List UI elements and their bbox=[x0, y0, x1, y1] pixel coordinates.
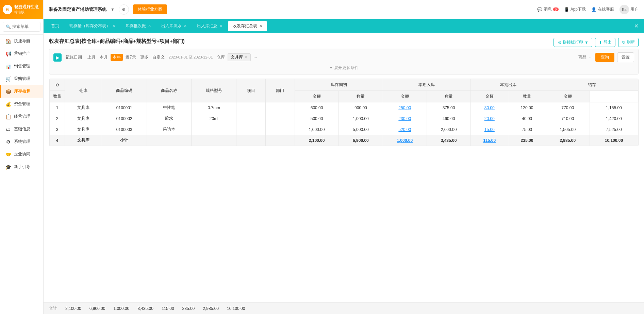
total-open-amt: 6,900.00 bbox=[89, 306, 105, 311]
user-menu[interactable]: Ea 用户 bbox=[620, 5, 639, 14]
warehouse-tag-value: 文具库 bbox=[231, 54, 243, 60]
th-closing: 结存 bbox=[546, 79, 638, 91]
home-icon: 🏠 bbox=[5, 38, 11, 44]
close-icon[interactable]: ✕ bbox=[148, 24, 151, 28]
close-icon[interactable]: ✕ bbox=[219, 24, 222, 28]
warehouse-more[interactable]: ··· bbox=[253, 55, 257, 60]
subtotal-open-amt: 6,900.00 bbox=[339, 135, 383, 146]
row3-project bbox=[236, 124, 266, 135]
tabbar: 首页 现存量（库存分布表） ✕ 库存批次账 ✕ 出入库流水 ✕ 出入库汇总 ✕ … bbox=[44, 19, 644, 33]
print-button[interactable]: 🖨 拼接版打印 ▼ bbox=[554, 38, 592, 47]
sidebar-item-system[interactable]: ⚙ 系统管理 bbox=[0, 135, 43, 148]
page-header: 收发存汇总表(按仓库+商品编码+商品+规格型号+项目+部门) 🖨 拼接版打印 ▼… bbox=[49, 38, 639, 45]
sidebar-item-finance[interactable]: 💰 资金管理 bbox=[0, 98, 43, 110]
warehouse-filter-label: 仓库 bbox=[217, 54, 225, 60]
row1-in-qty[interactable]: 250.00 bbox=[383, 102, 427, 113]
refresh-button[interactable]: ↻ 刷新 bbox=[618, 38, 639, 47]
system-dropdown[interactable]: ▼ bbox=[111, 7, 115, 12]
tab-inout-flow[interactable]: 出入库流水 ✕ bbox=[156, 21, 192, 31]
main-area: 装备及固定资产辅助管理系统 ▼ ⚙ 体验行业方案 💬 消息 6 📱 App下载 … bbox=[44, 0, 644, 314]
tab-inout-summary[interactable]: 出入库汇总 ✕ bbox=[192, 21, 227, 31]
print-label: 拼接版打印 bbox=[563, 39, 583, 45]
app-download-button[interactable]: 📱 App下载 bbox=[564, 6, 586, 12]
goods-more[interactable]: ··· bbox=[589, 55, 593, 60]
subtotal-label: 小计 bbox=[102, 135, 147, 146]
marketing-icon: 📢 bbox=[5, 51, 11, 56]
row2-dept bbox=[266, 113, 295, 124]
sidebar-item-enterprise[interactable]: 🤝 企业协同 bbox=[0, 148, 43, 161]
th-inbound: 本期入库 bbox=[383, 79, 471, 91]
sidebar-item-marketing[interactable]: 📢 营销推广 bbox=[0, 47, 43, 60]
topbar-left: 装备及固定资产辅助管理系统 ▼ ⚙ 体验行业方案 bbox=[49, 4, 167, 15]
sidebar-item-operations[interactable]: 📋 经营管理 bbox=[0, 110, 43, 123]
tab-inventory-dist[interactable]: 现存量（库存分布表） ✕ bbox=[65, 21, 120, 31]
sidebar-item-quick-nav[interactable]: 🏠 快捷导航 bbox=[0, 35, 43, 47]
date-btn-last-month[interactable]: 上月 bbox=[86, 54, 97, 61]
row3-out-qty[interactable]: 15.00 bbox=[471, 124, 508, 135]
tab-receipt-summary[interactable]: 收发存汇总表 ✕ bbox=[228, 21, 267, 31]
query-button[interactable]: 查询 bbox=[595, 53, 614, 62]
date-btn-more[interactable]: 更多 bbox=[139, 54, 150, 61]
th-name: 商品名称 bbox=[147, 79, 192, 102]
row3-open-amt: 5,000.00 bbox=[339, 124, 383, 135]
date-btn-this-year[interactable]: 本年 bbox=[111, 54, 123, 61]
close-icon[interactable]: ✕ bbox=[112, 24, 115, 28]
filter-settings-button[interactable]: 设置 bbox=[617, 52, 634, 62]
sidebar-item-label: 营销推广 bbox=[14, 51, 30, 56]
tab-batch-label: 库存批次账 bbox=[126, 23, 146, 29]
date-btn-7days[interactable]: 近7天 bbox=[124, 54, 137, 61]
date-range-display: 2023-01-01 至 2023-12-31 bbox=[169, 55, 213, 60]
date-btn-this-month[interactable]: 本月 bbox=[98, 54, 109, 61]
message-button[interactable]: 💬 消息 6 bbox=[537, 6, 559, 12]
settings-button[interactable]: ⚙ bbox=[119, 4, 129, 15]
sidebar-item-newbie[interactable]: 🎓 新手引导 bbox=[0, 161, 43, 173]
tab-receipt-summary-label: 收发存汇总表 bbox=[233, 23, 257, 29]
expand-conditions-button[interactable]: ▼ 展开更多条件 bbox=[329, 65, 359, 71]
online-service-button[interactable]: 👤 在线客服 bbox=[591, 6, 614, 12]
print-icon: 🖨 bbox=[557, 40, 561, 45]
th-outbound: 本期出库 bbox=[471, 79, 546, 91]
row2-in-qty[interactable]: 230.00 bbox=[383, 113, 427, 124]
row3-spec bbox=[192, 124, 236, 135]
download-icon: 📱 bbox=[564, 7, 569, 12]
th-opening: 库存期初 bbox=[295, 79, 383, 91]
subtotal-out-qty[interactable]: 115.00 bbox=[471, 135, 508, 146]
table-row: 3 文具库 0100003 采访本 1,000.00 5,000.00 520.… bbox=[50, 124, 638, 135]
export-button[interactable]: ⬇ 导出 bbox=[595, 38, 615, 47]
subtotal-in-qty[interactable]: 1,000.00 bbox=[383, 135, 427, 146]
topbar-right: 💬 消息 6 📱 App下载 👤 在线客服 Ea 用户 bbox=[537, 5, 639, 14]
row2-out-qty[interactable]: 20.00 bbox=[471, 113, 508, 124]
user-label: 用户 bbox=[630, 6, 639, 12]
th-code: 商品编码 bbox=[102, 79, 147, 102]
inventory-icon: 📦 bbox=[5, 89, 11, 94]
sidebar-search-area: 🔍 搜索菜单 bbox=[0, 19, 43, 35]
trial-button[interactable]: 体验行业方案 bbox=[133, 4, 167, 14]
sidebar-item-inventory[interactable]: 📦 库存核算 bbox=[0, 85, 43, 98]
row3-warehouse: 文具库 bbox=[65, 124, 102, 135]
tab-home[interactable]: 首页 bbox=[46, 21, 64, 31]
sidebar-item-basic[interactable]: 🗂 基础信息 bbox=[0, 123, 43, 135]
date-btn-custom[interactable]: 自定义 bbox=[151, 54, 166, 61]
sidebar-item-purchase[interactable]: 🛒 采购管理 bbox=[0, 72, 43, 85]
row1-out-qty[interactable]: 80.00 bbox=[471, 102, 508, 113]
app-subtitle: 标准版 bbox=[14, 10, 39, 15]
tabbar-close-all[interactable]: ✕ bbox=[631, 21, 641, 31]
row1-name: 中性笔 bbox=[147, 102, 192, 113]
search-menu-button[interactable]: 🔍 搜索菜单 bbox=[3, 22, 40, 32]
row3-in-qty[interactable]: 520.00 bbox=[383, 124, 427, 135]
th-warehouse: 仓库 bbox=[65, 79, 102, 102]
search-menu-label: 搜索菜单 bbox=[12, 24, 29, 30]
subtotal-num: 4 bbox=[50, 135, 65, 146]
tab-batch[interactable]: 库存批次账 ✕ bbox=[121, 21, 156, 31]
filter-toggle-button[interactable]: ▶ bbox=[53, 53, 62, 62]
goods-filter-label: 商品 bbox=[578, 54, 587, 60]
th-settings[interactable]: ⚙ bbox=[50, 79, 65, 91]
close-icon[interactable]: ✕ bbox=[259, 24, 262, 28]
warehouse-tag-close[interactable]: ✕ bbox=[244, 55, 248, 60]
total-close-amt: 10,100.00 bbox=[227, 306, 245, 311]
th-open-qty: 数量 bbox=[50, 91, 65, 102]
row3-close-qty: 1,505.00 bbox=[546, 124, 590, 135]
sidebar-item-sales[interactable]: 📊 销售管理 bbox=[0, 60, 43, 72]
purchase-icon: 🛒 bbox=[5, 76, 11, 82]
close-icon[interactable]: ✕ bbox=[184, 24, 187, 28]
